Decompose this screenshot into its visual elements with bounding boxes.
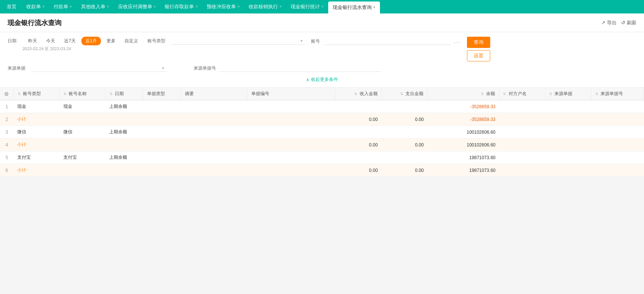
filter-area: 日期 昨天 今天 近7天 近1月 更多 自定义 2023-02-24 至 202… <box>0 32 644 88</box>
cell-doc-no <box>247 164 335 177</box>
cell-doc-no <box>247 151 335 164</box>
cell-date: 上期余额 <box>105 100 143 113</box>
date-more[interactable]: 更多 <box>103 37 119 45</box>
cell-date: 上期余额 <box>105 126 143 139</box>
cell-account-type: 现金 <box>14 100 60 113</box>
close-icon[interactable]: × <box>321 0 324 13</box>
cell-source-doc-no <box>591 164 644 177</box>
cell-source-doc <box>545 139 591 151</box>
th-account-type[interactable]: ⇅ 账号类型 <box>14 88 60 100</box>
cell-source-doc <box>545 164 591 177</box>
table-row[interactable]: 1现金现金上期余额-3528659.33 <box>0 100 644 113</box>
cell-account-name <box>60 139 106 151</box>
cell-source-doc-no <box>591 139 644 151</box>
account-dots[interactable]: ... <box>454 38 461 45</box>
source-doc-no-input[interactable] <box>219 64 381 72</box>
th-doc-type[interactable]: 单据类型 <box>143 88 181 100</box>
th-balance[interactable]: ⇅ 余额 <box>428 88 499 100</box>
sort-arrows-icon: ⇅ <box>110 92 113 96</box>
th-expense[interactable]: ⇅ 支出金额 <box>381 88 428 100</box>
tab-fukuandan[interactable]: 付款单 × <box>49 0 77 13</box>
nav-home[interactable]: 首页 <box>2 0 22 13</box>
row-number: 4 <box>0 139 14 151</box>
date-yesterday[interactable]: 昨天 <box>25 37 41 45</box>
cell-summary <box>181 100 248 113</box>
source-doc-select[interactable]: ▾ <box>32 65 167 72</box>
cell-doc-no <box>247 126 335 139</box>
refresh-button[interactable]: ↺ 刷新 <box>621 19 636 26</box>
source-doc-label: 来源单据 <box>8 65 29 72</box>
settings-button[interactable]: 设置 <box>467 50 490 61</box>
close-icon[interactable]: × <box>107 0 109 13</box>
cell-date <box>105 139 143 151</box>
date-last7[interactable]: 近7天 <box>61 37 79 45</box>
table-row[interactable]: 3微信微信上期余额100102606.60 <box>0 126 644 139</box>
account-input[interactable] <box>324 37 451 45</box>
cell-summary <box>181 113 248 126</box>
cell-date <box>105 164 143 177</box>
row-number: 6 <box>0 164 14 177</box>
cell-account-type: 微信 <box>14 126 60 139</box>
sort-arrows-icon: ⇅ <box>354 92 357 96</box>
cell-doc-no <box>247 100 335 113</box>
tab-other-income[interactable]: 其他收入单 × <box>77 0 114 13</box>
th-source-doc-no[interactable]: ⇅ 来源单据号 <box>591 88 644 100</box>
close-icon[interactable]: × <box>154 0 156 13</box>
tab-bank-stats[interactable]: 现金银行统计 × <box>286 0 328 13</box>
close-icon[interactable]: × <box>70 0 72 13</box>
cell-account-name: 现金 <box>60 100 106 113</box>
top-navigation: 首页 收款单 × 付款单 × 其他收入单 × 应收应付调整单 × 银行存取款单 … <box>0 0 644 13</box>
close-icon[interactable]: × <box>373 1 375 13</box>
date-today[interactable]: 今天 <box>43 37 59 45</box>
cell-counterparty <box>499 139 545 151</box>
cell-source-doc <box>545 100 591 113</box>
tab-bank-deposit[interactable]: 银行存取款单 × <box>160 0 202 13</box>
table-row[interactable]: 6小计0.000.0019871073.60 <box>0 164 644 177</box>
cell-income: 0.00 <box>336 113 382 126</box>
collapse-bar[interactable]: ∧ 收起更多条件 <box>8 75 636 83</box>
close-icon[interactable]: × <box>237 0 240 13</box>
sort-arrows-icon: ⇅ <box>18 92 21 96</box>
sort-arrows-icon: ⇅ <box>481 92 484 96</box>
cell-account-name <box>60 113 106 126</box>
tab-adjustment[interactable]: 应收应付调整单 × <box>114 0 161 13</box>
date-last1month[interactable]: 近1月 <box>81 37 101 45</box>
query-button[interactable]: 查询 <box>467 37 490 48</box>
table-row[interactable]: 5支付宝支付宝上期余额19871073.60 <box>0 151 644 164</box>
cell-doc-type <box>143 151 181 164</box>
chevron-down-icon: ▾ <box>300 38 303 43</box>
th-source-doc[interactable]: ⇅ 来源单据 <box>545 88 591 100</box>
cell-doc-type <box>143 139 181 151</box>
tab-collection-exec[interactable]: 收款核销执行 × <box>244 0 286 13</box>
close-icon[interactable]: × <box>195 0 198 13</box>
th-date[interactable]: ⇅ 日期 <box>105 88 143 100</box>
th-summary[interactable]: 摘要 <box>181 88 248 100</box>
th-settings[interactable]: ⚙ <box>0 88 14 100</box>
account-type-select[interactable]: ▾ <box>171 37 305 45</box>
tab-prepayment[interactable]: 预收冲应收单 × <box>202 0 244 13</box>
export-button[interactable]: ↗ 导出 <box>601 19 617 26</box>
tab-shoukuandan[interactable]: 收款单 × <box>22 0 49 13</box>
th-doc-no[interactable]: 单据编号 <box>247 88 335 100</box>
tab-bank-flow-query[interactable]: 现金银行流水查询 × <box>328 1 380 13</box>
table-row[interactable]: 2小计0.000.00-3528659.33 <box>0 113 644 126</box>
table-row[interactable]: 4小计0.000.00100102606.60 <box>0 139 644 151</box>
close-icon[interactable]: × <box>42 0 45 13</box>
date-custom[interactable]: 自定义 <box>121 37 141 45</box>
cell-account-type: 小计 <box>14 139 60 151</box>
data-table: ⚙ ⇅ 账号类型 ⇅ 账号名称 ⇅ 日期 单据类型 摘要 <box>0 88 644 177</box>
cell-summary <box>181 164 248 177</box>
sort-arrows-icon: ⇅ <box>549 92 552 96</box>
cell-balance: 19871073.60 <box>428 151 499 164</box>
th-counterparty[interactable]: ⇅ 对方户名 <box>499 88 545 100</box>
cell-expense: 0.00 <box>381 139 428 151</box>
cell-balance: 19871073.60 <box>428 164 499 177</box>
th-account-name[interactable]: ⇅ 账号名称 <box>60 88 106 100</box>
cell-expense: 0.00 <box>381 164 428 177</box>
gear-icon[interactable]: ⚙ <box>4 91 9 97</box>
close-icon[interactable]: × <box>279 0 282 13</box>
cell-account-name: 微信 <box>60 126 106 139</box>
cell-expense <box>381 151 428 164</box>
cell-date <box>105 113 143 126</box>
th-income[interactable]: ⇅ 收入金额 <box>336 88 382 100</box>
